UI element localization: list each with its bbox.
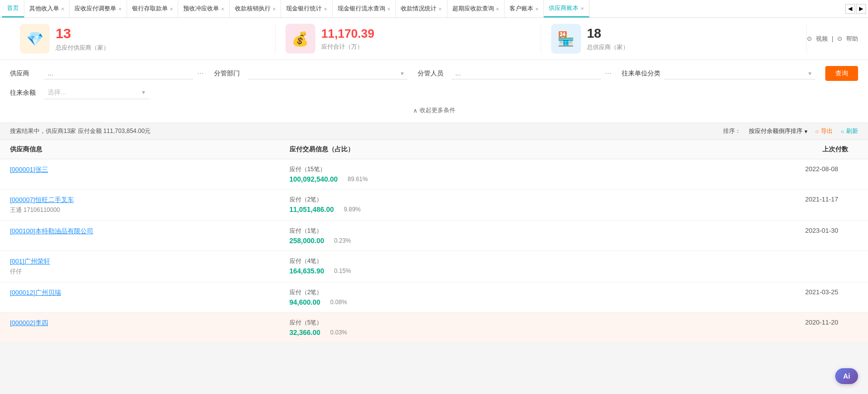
nav-tab-supplier-account[interactable]: 供应商账本 × [544, 0, 589, 17]
chevron-up-icon: ∧ [413, 107, 418, 114]
trans-amount-000001[interactable]: 100,092,540.00 [289, 175, 338, 183]
trans-percent-001: 0.15% [334, 267, 351, 274]
col-header-supplier: 供应商信息 [10, 145, 289, 154]
balance-label: 往来余额 [10, 88, 40, 97]
help-link[interactable]: 帮助 [846, 35, 858, 43]
nav-tab-home-label: 首页 [7, 4, 19, 12]
filter-person: 分管人员 ··· [418, 67, 612, 79]
nav-tab-collection-stat-label: 收款情况统计 [401, 4, 436, 13]
lastpay-000007: 2021-11-17 [625, 196, 858, 203]
transaction-info-000007: 应付（2笔） 11,051,486.00 9.89% [289, 196, 625, 213]
nav-tab-advance-writeoff-close[interactable]: × [221, 6, 224, 12]
lastpay-date-000012: 2021-03-25 [805, 288, 849, 296]
diamond-icon: 💎 [20, 24, 50, 54]
person-dots[interactable]: ··· [605, 69, 611, 78]
supplier-sub-001: 仔仔 [10, 267, 289, 276]
nav-tab-cash-bank-stat[interactable]: 现金银行统计 × [281, 0, 332, 17]
supplier-link-000007[interactable]: [000007]恒旺二手叉车 [10, 196, 289, 204]
lastpay-000012: 2021-03-25 [625, 288, 858, 296]
export-icon: ○ [815, 128, 819, 135]
trans-amount-000100[interactable]: 258,000.00 [289, 237, 324, 245]
nav-tab-other-income[interactable]: 其他收入单 × [24, 0, 70, 17]
nav-tab-collection-exec-close[interactable]: × [273, 6, 276, 12]
stats-bar: 💎 13 总应付供应商（家） 💰 11,170.39 应付合计（万） 🏪 18 … [0, 18, 868, 60]
export-label: 导出 [821, 127, 833, 135]
transaction-info-001: 应付（4笔） 164,635.90 0.15% [289, 257, 625, 275]
nav-tab-collection-stat-close[interactable]: × [438, 6, 441, 12]
transaction-info-000002: 应付（5笔） 32,366.00 0.03% [289, 319, 625, 336]
dept-select[interactable]: ▾ [248, 68, 408, 79]
supplier-link-000001[interactable]: [000001]张三 [10, 165, 289, 174]
nav-tab-collection-stat[interactable]: 收款情况统计 × [396, 0, 447, 17]
nav-tab-cash-bank-flow-close[interactable]: × [387, 6, 390, 12]
dept-chevron-down-icon: ▾ [401, 70, 404, 77]
person-input[interactable] [451, 67, 601, 79]
supplier-link-001[interactable]: [001]广州荣轩 [10, 257, 289, 266]
lastpay-000100: 2023-01-30 [625, 227, 858, 234]
nav-tab-cash-bank-stat-close[interactable]: × [324, 6, 327, 12]
trans-percent-000001: 89.61% [348, 176, 368, 183]
supplier-link-000002[interactable]: [000002]李四 [10, 319, 289, 328]
refresh-label: 刷新 [846, 127, 858, 135]
nav-tab-cash-bank-flow[interactable]: 现金银行流水查询 × [333, 0, 396, 17]
filter-area: 供应商 ··· 分管部门 ▾ 分管人员 ··· 往来单位分类 ▾ 查询 [0, 60, 868, 123]
supplier-info-000001: [000001]张三 [10, 165, 289, 174]
category-select[interactable]: ▾ [664, 68, 816, 79]
nav-tab-ar-adjust[interactable]: 应收应付调整单 × [70, 0, 127, 17]
supplier-link-000100[interactable]: [000100]本特勒油品有限公司 [10, 227, 289, 236]
balance-select[interactable]: 选择... ▾ [44, 86, 149, 99]
stat-payable-amount-number: 11,170.39 [321, 27, 374, 41]
export-button[interactable]: ○ 导出 [815, 127, 833, 135]
help-icon: ⊙ [837, 35, 842, 42]
supplier-dots[interactable]: ··· [197, 69, 204, 78]
table-row: [000007]恒旺二手叉车 王通 17106110000 应付（2笔） 11,… [0, 190, 868, 221]
nav-tab-customer-account[interactable]: 客户账本 × [505, 0, 544, 17]
nav-tab-bank-deposit[interactable]: 银行存取款单 × [127, 0, 178, 17]
nav-tab-bank-deposit-label: 银行存取款单 [132, 4, 168, 13]
video-link[interactable]: 视频 [816, 35, 828, 43]
refresh-button[interactable]: ○ 刷新 [841, 127, 858, 135]
nav-next-button[interactable]: ▶ [856, 4, 866, 14]
table-row: [000002]李四 应付（5笔） 32,366.00 0.03% 2020-1… [0, 313, 868, 343]
nav-tab-bank-deposit-close[interactable]: × [170, 6, 173, 12]
dept-label: 分管部门 [214, 69, 244, 78]
nav-tab-customer-account-close[interactable]: × [535, 6, 538, 12]
transaction-info-000012: 应付（2笔） 94,600.00 0.08% [289, 288, 625, 306]
lastpay-000002: 2020-11-20 [625, 319, 858, 326]
search-button[interactable]: 查询 [825, 66, 858, 81]
trans-amount-001[interactable]: 164,635.90 [289, 267, 324, 275]
nav-tab-overdue-query[interactable]: 超期应收款查询 × [447, 0, 505, 17]
nav-tab-customer-account-label: 客户账本 [509, 4, 533, 13]
nav-tab-supplier-account-close[interactable]: × [580, 5, 583, 11]
nav-tab-ar-adjust-close[interactable]: × [118, 6, 121, 12]
nav-tab-collection-exec[interactable]: 收款核销执行 × [230, 0, 281, 17]
nav-tab-home[interactable]: 首页 [2, 0, 24, 17]
sort-select[interactable]: 按应付余额倒序排序 ▾ [749, 127, 807, 135]
person-label: 分管人员 [418, 69, 447, 78]
trans-amount-000012[interactable]: 94,600.00 [289, 298, 320, 306]
nav-tab-other-income-close[interactable]: × [61, 6, 64, 12]
nav-tab-cash-bank-stat-label: 现金银行统计 [286, 4, 322, 13]
supplier-info-000007: [000007]恒旺二手叉车 王通 17106110000 [10, 196, 289, 214]
trans-amount-000007[interactable]: 11,051,486.00 [289, 205, 334, 213]
filter-category: 往来单位分类 ▾ [622, 68, 816, 79]
nav-tab-advance-writeoff[interactable]: 预收冲应收单 × [178, 0, 229, 17]
filter-row-2: 往来余额 选择... ▾ [10, 86, 858, 99]
supplier-link-000012[interactable]: [000012]广州贝瑞 [10, 288, 289, 297]
trans-row-000100: 258,000.00 0.23% [289, 237, 625, 245]
transaction-info-000001: 应付（15笔） 100,092,540.00 89.61% [289, 165, 625, 183]
nav-prev-button[interactable]: ◀ [845, 4, 855, 14]
sort-label: 排序： [723, 127, 741, 135]
nav-tab-supplier-account-label: 供应商账本 [549, 4, 579, 12]
supplier-input[interactable] [44, 67, 193, 79]
lastpay-date-000007: 2021-11-17 [805, 196, 849, 203]
nav-tab-overdue-query-close[interactable]: × [496, 6, 499, 12]
stat-payable-amount-label: 应付合计（万） [321, 43, 374, 51]
filter-balance: 往来余额 选择... ▾ [10, 86, 149, 99]
trans-label-000012: 应付（2笔） [289, 288, 625, 297]
collapse-label: 收起更多条件 [420, 106, 455, 115]
collapse-button[interactable]: ∧ 收起更多条件 [413, 104, 455, 117]
trans-amount-000002[interactable]: 32,366.00 [289, 328, 320, 336]
trans-percent-000100: 0.23% [334, 237, 351, 244]
trans-row-000012: 94,600.00 0.08% [289, 298, 625, 306]
